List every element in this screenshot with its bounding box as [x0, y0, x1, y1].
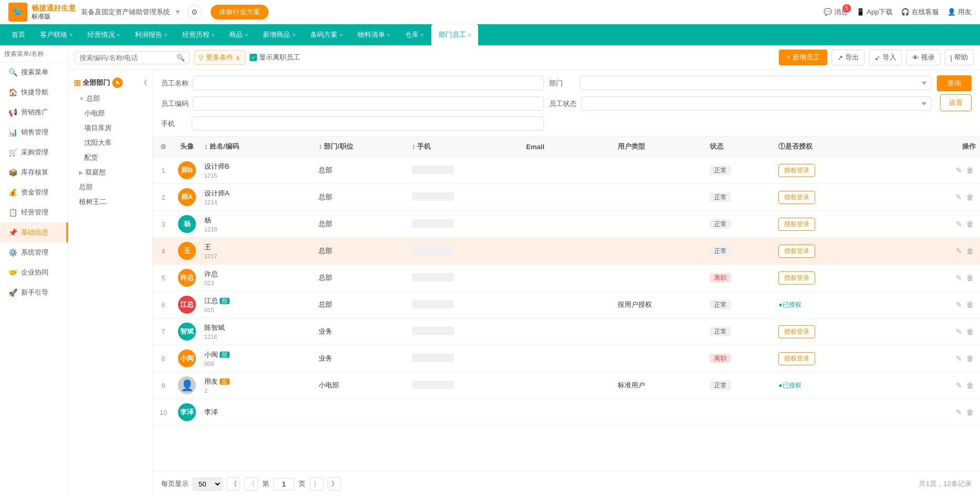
- cell-auth[interactable]: 授权登录: [774, 238, 888, 265]
- query-button[interactable]: 查询: [937, 75, 972, 91]
- delete-button[interactable]: 🗑: [964, 165, 976, 176]
- dept-tree-item-xiaodibu[interactable]: 小电部: [68, 106, 152, 121]
- last-page-button[interactable]: 》: [328, 477, 341, 491]
- close-icon[interactable]: ×: [70, 32, 73, 38]
- sidebar-item-marketing[interactable]: 📢 营销推广: [0, 102, 68, 122]
- first-page-button[interactable]: 《: [226, 477, 240, 491]
- edit-button[interactable]: ✎: [954, 407, 964, 417]
- delete-button[interactable]: 🗑: [964, 380, 976, 391]
- edit-button[interactable]: ✎: [954, 380, 964, 391]
- page-number-input[interactable]: [273, 478, 294, 490]
- auth-login-button[interactable]: 授权登录: [778, 164, 815, 177]
- tab-history[interactable]: 经营历程×: [175, 24, 222, 45]
- delete-button[interactable]: 🗑: [964, 273, 976, 283]
- sidebar-item-finance[interactable]: 💰 资金管理: [0, 182, 68, 202]
- tab-barcode[interactable]: 条码方案×: [303, 24, 350, 45]
- tab-new-goods[interactable]: 新增商品×: [255, 24, 303, 45]
- prev-page-button[interactable]: 〈: [244, 477, 258, 491]
- filter-more-button[interactable]: ▽ 更多条件 ∧: [194, 50, 245, 65]
- delete-button[interactable]: 🗑: [964, 299, 976, 310]
- set-button[interactable]: 设置: [940, 94, 972, 111]
- close-icon[interactable]: ×: [421, 32, 424, 38]
- close-icon[interactable]: ×: [340, 32, 343, 38]
- gear-button[interactable]: ⚙: [187, 5, 202, 20]
- export-button[interactable]: ↗ 导出: [831, 50, 865, 65]
- close-icon[interactable]: ×: [387, 32, 390, 38]
- system-title-dropdown[interactable]: ▼: [174, 8, 181, 16]
- cell-auth[interactable]: 授权登录: [774, 265, 888, 291]
- sidebar-item-bizmanage[interactable]: 📋 经营管理: [0, 202, 68, 222]
- user-menu[interactable]: 👤 用友: [947, 7, 972, 17]
- delete-button[interactable]: 🗑: [964, 246, 976, 256]
- tab-profit[interactable]: 利润报告×: [127, 24, 175, 45]
- dept-tree-item-zongbu-root[interactable]: ▼ 总部: [68, 91, 152, 106]
- dept-collapse-button[interactable]: 《: [141, 79, 147, 87]
- close-icon[interactable]: ×: [117, 32, 120, 38]
- tab-goods[interactable]: 商品×: [222, 24, 255, 45]
- dept-tree-item-shenyang[interactable]: 沈阳大库: [68, 135, 152, 150]
- delete-button[interactable]: 🗑: [964, 407, 976, 417]
- tab-operation[interactable]: 经营情况×: [80, 24, 127, 45]
- cell-auth[interactable]: 授权登录: [774, 184, 888, 211]
- phone-input[interactable]: [192, 116, 544, 131]
- import-button[interactable]: ↙ 导入: [869, 50, 902, 65]
- auth-login-button[interactable]: 授权登录: [778, 245, 815, 258]
- sidebar-item-quicknav[interactable]: 🏠 快捷导航: [0, 82, 68, 102]
- close-icon[interactable]: ×: [212, 32, 215, 38]
- dept-tree-item-shuangtingxiang[interactable]: ▶ 双庭想: [68, 165, 152, 180]
- close-icon[interactable]: ×: [164, 32, 167, 38]
- tab-warehouse[interactable]: 仓库×: [398, 24, 431, 45]
- auth-login-button[interactable]: 授权登录: [778, 325, 815, 338]
- auth-login-button[interactable]: 授权登录: [778, 352, 815, 365]
- delete-button[interactable]: 🗑: [964, 353, 976, 364]
- sidebar-item-collab[interactable]: 🤝 企业协同: [0, 262, 68, 283]
- trial-button[interactable]: 体验行业方案: [211, 5, 269, 20]
- dept-tree-item-zhishu[interactable]: 植树王二: [68, 194, 152, 209]
- toolbar-search-area[interactable]: 🔍: [75, 51, 190, 64]
- edit-button[interactable]: ✎: [954, 299, 964, 310]
- cell-auth[interactable]: 授权登录: [774, 345, 888, 372]
- auth-login-button[interactable]: 授权登录: [778, 271, 815, 285]
- search-input[interactable]: [80, 54, 174, 62]
- close-icon[interactable]: ×: [468, 32, 471, 38]
- emp-code-input[interactable]: [193, 96, 544, 111]
- message-button[interactable]: 💬 消息 5: [824, 7, 848, 17]
- edit-button[interactable]: ✎: [954, 219, 964, 229]
- dept-select[interactable]: [580, 76, 932, 90]
- help-button[interactable]: | 帮助: [945, 50, 974, 65]
- sidebar-item-inventory[interactable]: 📦 库存核算: [0, 162, 68, 182]
- th-dept[interactable]: ↕ 部门/职位: [314, 137, 408, 157]
- sidebar-search-area[interactable]: 🔍: [0, 45, 68, 62]
- cell-auth[interactable]: 授权登录: [774, 211, 888, 238]
- online-service-button[interactable]: 🎧 在线客服: [901, 7, 939, 17]
- app-download-button[interactable]: 📱 App下载: [856, 7, 893, 17]
- view-button[interactable]: 👁 视录: [906, 50, 941, 65]
- edit-button[interactable]: ✎: [954, 326, 964, 337]
- delete-button[interactable]: 🗑: [964, 192, 976, 202]
- sidebar-item-sales[interactable]: 📊 销售管理: [0, 122, 68, 142]
- dept-tree-item-peihuo[interactable]: 配货: [68, 150, 152, 165]
- delete-button[interactable]: 🗑: [964, 326, 976, 337]
- edit-button[interactable]: ✎: [954, 165, 964, 176]
- cell-auth[interactable]: 授权登录: [774, 157, 888, 184]
- edit-button[interactable]: ✎: [954, 246, 964, 256]
- edit-button[interactable]: ✎: [954, 273, 964, 283]
- dept-tree-item-zongbu[interactable]: 总部: [68, 180, 152, 194]
- dept-tree-item-xiangmu[interactable]: 项目库房: [68, 121, 152, 135]
- close-icon[interactable]: ×: [292, 32, 295, 38]
- add-employee-button[interactable]: + 新增员工: [779, 50, 827, 65]
- cell-auth[interactable]: 授权登录: [774, 318, 888, 345]
- sidebar-search-input[interactable]: [4, 50, 68, 57]
- th-name[interactable]: ↕ 姓名/编码: [200, 137, 314, 157]
- edit-button[interactable]: ✎: [954, 353, 964, 364]
- auth-login-button[interactable]: 授权登录: [778, 218, 815, 231]
- tab-employees[interactable]: 部门员工×: [431, 24, 479, 45]
- delete-button[interactable]: 🗑: [964, 219, 976, 229]
- tab-home[interactable]: 首页: [4, 24, 33, 45]
- next-page-button[interactable]: 〉: [310, 477, 323, 491]
- sidebar-item-search[interactable]: 🔍 搜索菜单: [0, 62, 68, 82]
- tab-customer[interactable]: 客户联络×: [33, 24, 80, 45]
- show-resigned-toggle[interactable]: ✓ 显示离职员工: [250, 53, 300, 62]
- sidebar-item-basicinfo[interactable]: 📌 基础信息: [0, 222, 68, 242]
- sidebar-item-purchase[interactable]: 🛒 采购管理: [0, 142, 68, 162]
